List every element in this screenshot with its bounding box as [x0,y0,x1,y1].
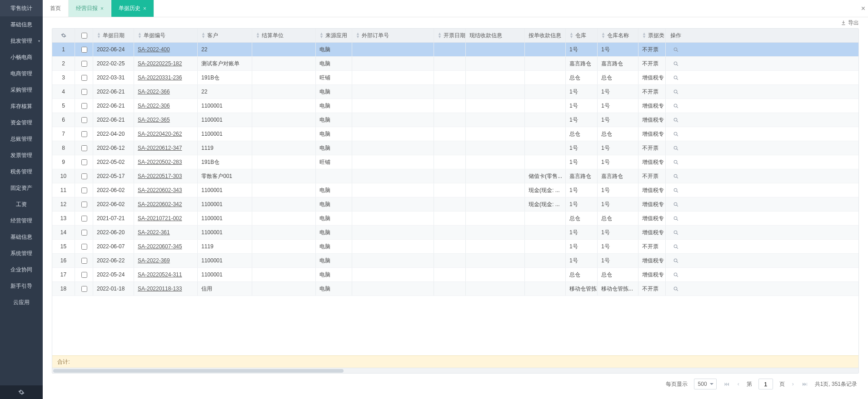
document-link[interactable]: SA-20220612-347 [138,145,182,151]
col-bill-info[interactable]: 按单收款信息 [525,29,566,42]
close-icon[interactable]: × [143,5,146,12]
sidebar-item[interactable]: 小畅电商 [0,49,43,65]
row-checkbox[interactable] [81,75,87,81]
row-view-button[interactable] [666,85,686,99]
sidebar-item[interactable]: 经营管理 [0,212,43,229]
sidebar-item[interactable]: 总账管理 [0,131,43,147]
document-link[interactable]: SA-20220502-283 [138,159,182,165]
table-row[interactable]: 42022-06-21SA-2022-36622电脑1号1号不开票 [52,85,858,99]
row-checkbox[interactable] [81,202,87,207]
row-view-button[interactable] [666,113,686,127]
col-date[interactable]: ▲▼单据日期 [93,29,134,42]
document-link[interactable]: SA-20220331-236 [138,74,182,81]
row-checkbox[interactable] [81,61,87,67]
table-row[interactable]: 112022-06-02SA-20220602-3431100001电脑现金(现… [52,183,858,197]
col-cash-info[interactable]: 现结收款信息 [466,29,525,42]
table-row[interactable]: 52022-06-21SA-2022-3061100001电脑1号1号增值税专 [52,99,858,113]
row-checkbox[interactable] [81,244,87,250]
document-link[interactable]: SA-20220517-303 [138,173,182,179]
col-warehouse-name[interactable]: ▲▼仓库名称 [598,29,639,42]
table-row[interactable]: 122022-06-02SA-20220602-3421100001电脑现金(现… [52,197,858,212]
col-warehouse[interactable]: ▲▼仓库 [566,29,598,42]
row-checkbox[interactable] [81,131,87,137]
col-settle[interactable]: ▲▼结算单位 [252,29,316,42]
export-button[interactable]: 导出 [841,19,859,27]
row-view-button[interactable] [666,197,686,211]
document-link[interactable]: SA-20220118-133 [138,286,182,292]
row-checkbox[interactable] [81,173,87,179]
select-all-column[interactable] [75,29,93,42]
table-row[interactable]: 62022-06-21SA-2022-3651100001电脑1号1号增值税专 [52,113,858,127]
sidebar-item[interactable]: 税务管理 [0,163,43,180]
document-link[interactable]: SA-2022-366 [138,89,170,95]
document-link[interactable]: SA-20220225-182 [138,60,182,67]
document-link[interactable]: SA-20210721-002 [138,215,182,222]
sidebar-item[interactable]: 云应用 [0,294,43,310]
first-page-button[interactable]: ⏮ [723,381,730,387]
table-row[interactable]: 12022-06-24SA-2022-40022电脑1号1号不开票 [52,43,858,57]
row-view-button[interactable] [666,254,686,267]
row-view-button[interactable] [666,127,686,141]
row-checkbox[interactable] [81,272,87,278]
table-row[interactable]: 172022-05-24SA-20220524-3111100001电脑总仓总仓… [52,268,858,282]
sidebar-item[interactable]: 企业协同 [0,261,43,278]
row-checkbox[interactable] [81,286,87,292]
sidebar-item[interactable]: 基础信息 [0,229,43,245]
tab-daily-report[interactable]: 经营日报 × [69,0,111,17]
document-link[interactable]: SA-20220607-345 [138,243,182,250]
document-link[interactable]: SA-20220602-342 [138,201,182,207]
col-ext-order[interactable]: ▲▼外部订单号 [352,29,434,42]
row-view-button[interactable] [666,155,686,169]
col-customer[interactable]: ▲▼客户 [198,29,252,42]
row-checkbox[interactable] [81,117,87,123]
row-checkbox[interactable] [81,145,87,151]
table-row[interactable]: 22022-02-25SA-20220225-182测试客户对账单电脑嘉言路仓嘉… [52,57,858,71]
sidebar-settings[interactable] [0,385,43,399]
page-input[interactable] [758,379,773,389]
col-source[interactable]: ▲▼来源应用 [316,29,352,42]
row-view-button[interactable] [666,141,686,155]
table-row[interactable]: 102022-05-17SA-20220517-303零散客户001储值卡(零售… [52,169,858,183]
table-row[interactable]: 82022-06-12SA-20220612-3471119电脑1号1号不开票 [52,141,858,155]
next-page-button[interactable]: › [791,381,795,387]
sidebar-item[interactable]: 电商管理 [0,65,43,82]
close-all-icon[interactable]: × [861,5,865,13]
tab-home[interactable]: 首页 [43,0,69,17]
sidebar-item[interactable]: 基础信息 [0,16,43,33]
row-checkbox[interactable] [81,187,87,193]
table-row[interactable]: 32022-03-31SA-20220331-236191B仓旺铺总仓总仓增值税… [52,71,858,85]
table-row[interactable]: 132021-07-21SA-20210721-0021100001电脑总仓总仓… [52,212,858,226]
document-link[interactable]: SA-2022-400 [138,46,170,53]
close-icon[interactable]: × [100,5,104,12]
document-link[interactable]: SA-20220524-311 [138,271,182,278]
sidebar-item[interactable]: 工资 [0,196,43,212]
row-checkbox[interactable] [81,159,87,165]
prev-page-button[interactable]: ‹ [737,381,740,387]
tab-document-history[interactable]: 单据历史 × [111,0,154,17]
sidebar-item[interactable]: 采购管理 [0,82,43,98]
sidebar-item[interactable]: 发票管理 [0,147,43,163]
table-row[interactable]: 72022-04-20SA-20220420-2621100001电脑总仓总仓增… [52,127,858,141]
row-view-button[interactable] [666,71,686,84]
row-view-button[interactable] [666,226,686,239]
row-view-button[interactable] [666,268,686,281]
table-row[interactable]: 142022-06-20SA-2022-3611100001电脑1号1号增值税专 [52,226,858,240]
row-view-button[interactable] [666,282,686,296]
document-link[interactable]: SA-20220602-343 [138,187,182,193]
sidebar-item[interactable]: 库存核算 [0,98,43,114]
sidebar-item[interactable]: 固定资产 [0,180,43,196]
row-view-button[interactable] [666,212,686,225]
table-row[interactable]: 182022-01-18SA-20220118-133信用电脑移动仓管拣...移… [52,282,858,296]
table-row[interactable]: 152022-06-07SA-20220607-3451119电脑1号1号不开票 [52,240,858,254]
table-row[interactable]: 92022-05-02SA-20220502-283191B仓旺铺1号1号增值税… [52,155,858,169]
col-invoice-date[interactable]: ▲▼开票日期 [434,29,466,42]
last-page-button[interactable]: ⏭ [801,381,808,387]
row-view-button[interactable] [666,169,686,183]
row-checkbox[interactable] [81,47,87,53]
sidebar-item[interactable]: 零售统计 [0,0,43,16]
select-all-checkbox[interactable] [81,33,87,39]
table-row[interactable]: 162022-06-22SA-2022-3691100001电脑1号1号增值税专 [52,254,858,268]
sidebar-item[interactable]: 新手引导 [0,278,43,294]
document-link[interactable]: SA-20220420-262 [138,131,182,137]
row-view-button[interactable] [666,99,686,113]
